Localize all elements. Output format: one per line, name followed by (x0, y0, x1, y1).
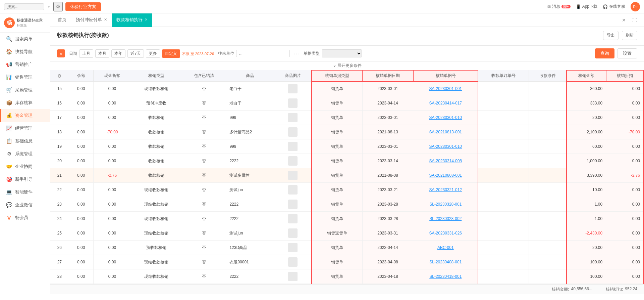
tab-home[interactable]: 首页 (53, 13, 71, 27)
sidebar-item-base-info[interactable]: 📋 基础信息 (0, 135, 50, 147)
brand-search-input[interactable] (4, 3, 44, 10)
from-unit-filter: 往来单位 (218, 50, 290, 57)
from-unit-input[interactable] (236, 50, 290, 57)
doc-no-link[interactable]: SA-20230331-026 (429, 231, 462, 235)
date-filter-group: 日期 上月 本月 本年 近7天 更多 自定义 不限 至 2023-07-26 (69, 49, 214, 58)
table-row[interactable]: 24 0.00 0.00 现结收款核销 否 2222 销货单 2023-03-2… (50, 212, 644, 226)
table-row[interactable]: 15 0.00 0.00 现结收款核销 否 老白干 销货单 2023-03-01… (50, 82, 644, 96)
set-btn[interactable]: 设置 (617, 48, 637, 58)
table-row[interactable]: 21 0.00 -2.76 收款核销 否 测试多属性 销货单 2021-08-0… (50, 168, 644, 183)
table-row[interactable]: 26 0.00 0.00 预收款核销 否 123D商品 销货单 2022-04-… (50, 241, 644, 255)
cell-verify-doc-type: 销货单 (312, 111, 362, 125)
doc-no-link[interactable]: SA-20210808-001 (429, 173, 462, 178)
tab-verify-close[interactable]: ✕ (145, 17, 148, 22)
tab-verify[interactable]: 收款核销执行 ✕ (112, 13, 152, 27)
sidebar-item-purchase[interactable]: 🛒 采购管理 (0, 84, 50, 96)
doc-no-link[interactable]: SA-20230314-008 (429, 159, 462, 163)
sidebar-item-marketing[interactable]: 📢 营销推广 (0, 58, 50, 71)
doc-type-select[interactable] (322, 49, 362, 57)
doc-no-link[interactable]: SL-20230328-001 (429, 202, 462, 207)
message-item[interactable]: ✉ 消息 99+ (547, 4, 571, 9)
sidebar-item-hardware[interactable]: 💻 智能硬件 (0, 186, 50, 199)
sidebar-item-nav[interactable]: 🏠 快捷导航 (0, 45, 50, 58)
tab-prepay[interactable]: 预付冲应付单 ✕ (71, 13, 112, 27)
cell-balance: 0.00 (69, 125, 93, 139)
refresh-btn[interactable]: 刷新 (622, 31, 637, 40)
user-avatar[interactable]: Rit (631, 2, 640, 11)
cell-verify-amount: 1.00 (567, 197, 606, 212)
more-date-btn[interactable]: 更多 (146, 49, 160, 58)
this-year-btn[interactable]: 本年 (111, 49, 125, 58)
cell-verify-doc-date: 2023-03-01 (362, 139, 413, 154)
footer-verify-amount-label: 核销金额: (552, 287, 569, 292)
export-btn[interactable]: 导出 (603, 31, 619, 40)
doc-no-link[interactable]: SA-20230321-012 (429, 187, 462, 192)
table-row[interactable]: 23 0.00 0.00 现结收款核销 否 2222 销货单 2023-03-2… (50, 197, 644, 212)
sidebar-item-search[interactable]: 🔍 搜索菜单 (0, 33, 50, 45)
sidebar-item-operations[interactable]: 📈 经营管理 (0, 122, 50, 135)
cell-include-settled: 否 (182, 241, 226, 255)
doc-no-link[interactable]: SA-20230301-010 (429, 115, 462, 120)
table-row[interactable]: 20 0.00 0.00 收款核销 否 2222 销货单 2023-03-14 … (50, 154, 644, 168)
doc-no-link[interactable]: SA-20230414-017 (429, 101, 462, 105)
table-row[interactable]: 28 0.00 0.00 现结收款核销 否 2222 销货单 2023-04-1… (50, 269, 644, 284)
query-btn[interactable]: 查询 (595, 48, 614, 58)
last-month-btn[interactable]: 上月 (79, 49, 93, 58)
industry-btn[interactable]: 休验行业方案 (65, 2, 101, 11)
sidebar-item-wechat[interactable]: 💬 企业微信 (0, 199, 50, 211)
cell-no: 19 (50, 139, 69, 154)
cell-goods-img (274, 125, 312, 139)
cell-include-settled: 否 (182, 255, 226, 269)
sidebar-item-collab[interactable]: 🤝 企业协同 (0, 160, 50, 173)
cell-cash-discount: 0.00 (93, 269, 131, 284)
online-support-item[interactable]: 🎧 在线客服 (603, 4, 625, 9)
sidebar-item-guide[interactable]: 🎯 新手引导 (0, 173, 50, 186)
cell-balance: 0.00 (69, 154, 93, 168)
table-row[interactable]: 27 0.00 0.00 现结收款核销 否 衣服00001 销货单 2023-0… (50, 255, 644, 269)
last-7-btn[interactable]: 近7天 (127, 49, 144, 58)
expand-more-bar: ∨ 展开更多条件 (50, 61, 644, 70)
cell-verify-amount: 333.00 (567, 96, 606, 111)
operations-icon: 📈 (6, 125, 12, 131)
cell-goods: 999 (226, 139, 274, 154)
expand-filter-btn[interactable]: » (57, 49, 65, 57)
doc-no-link[interactable]: SL-20230328-002 (429, 216, 462, 221)
cell-verify-type: 现结收款核销 (131, 212, 182, 226)
cell-balance: 0.00 (69, 183, 93, 197)
tab-prepay-close[interactable]: ✕ (104, 17, 107, 22)
table-row[interactable]: 25 0.00 0.00 现结收款核销 否 测试jun 销货退货单 2023-0… (50, 226, 644, 241)
expand-more-btn[interactable]: ∨ 展开更多条件 (333, 63, 362, 69)
doc-no-link[interactable]: SA-20230301-010 (429, 144, 462, 149)
this-month-btn[interactable]: 本月 (95, 49, 109, 58)
col-verify-doc-date: 核销单据日期 (362, 70, 413, 82)
table-row[interactable]: 18 0.00 -70.00 收款核销 否 多计量商品2 销货单 2021-08… (50, 125, 644, 139)
sidebar-item-finance[interactable]: 💰 资金管理 (0, 109, 50, 122)
sidebar-item-inventory[interactable]: 📦 库存核算 (0, 96, 50, 109)
doc-no-link[interactable]: SL-20230418-001 (429, 274, 462, 279)
headset-icon: 🎧 (603, 4, 608, 9)
custom-date-btn[interactable]: 自定义 (162, 49, 180, 58)
tab-expand-btn[interactable]: ⛶ (631, 16, 639, 24)
cell-verify-doc-date: 2023-03-01 (362, 82, 413, 96)
sidebar-item-vip[interactable]: V 畅会员 (0, 211, 50, 224)
doc-no-link[interactable]: ABC-001 (437, 245, 454, 250)
doc-no-link[interactable]: SA-20230301-001 (429, 86, 462, 91)
col-settings[interactable]: ⚙ (50, 70, 69, 82)
sidebar-item-sales[interactable]: 📊 销售管理 (0, 71, 50, 84)
table-row[interactable]: 16 0.00 0.00 预付冲应收 否 老白干 销货单 2023-04-14 … (50, 96, 644, 111)
cell-verify-doc-date: 2022-04-14 (362, 241, 413, 255)
sidebar-label-sales: 销售管理 (15, 74, 33, 80)
doc-no-link[interactable]: SL-20230408-001 (429, 260, 462, 264)
col-receipt-order-no: 收款单订单号 (478, 70, 529, 82)
table-row[interactable]: 17 0.00 0.00 收款核销 否 999 销货单 2023-03-01 S… (50, 111, 644, 125)
table-row[interactable]: 19 0.00 0.00 收款核销 否 999 销货单 2023-03-01 S… (50, 139, 644, 154)
app-download-item[interactable]: 📱 App下载 (576, 4, 597, 9)
tab-close-btn[interactable]: ✕ (620, 16, 628, 24)
cell-verify-amount: 3,390.00 (567, 168, 606, 183)
date-hint: 不限 至 2023-07-26 (182, 51, 214, 56)
cell-verify-amount: 100.00 (567, 269, 606, 284)
sidebar-item-system[interactable]: ⚙ 系统管理 (0, 147, 50, 160)
table-row[interactable]: 22 0.00 0.00 现结收款核销 否 测试jun 销货单 2023-03-… (50, 183, 644, 197)
doc-no-link[interactable]: SA-20210813-001 (429, 130, 462, 134)
gear-button[interactable]: ⚙ (53, 2, 63, 11)
